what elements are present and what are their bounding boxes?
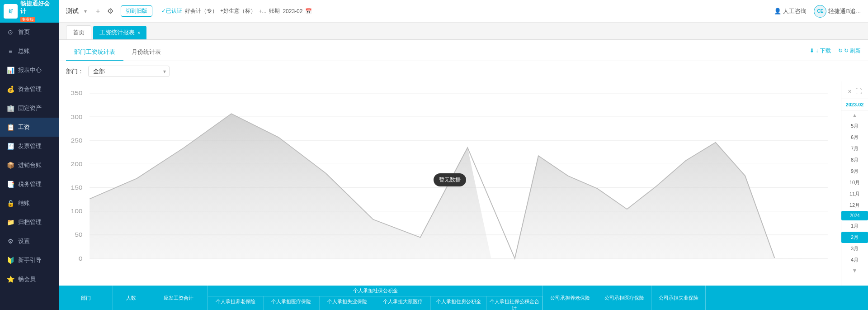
sidebar-item-ledger[interactable]: ≡总账 [0,42,59,61]
sidebar-label-tax: 税务管理 [18,180,42,188]
month-3[interactable]: 3月 [841,243,868,254]
sidebar-icon-close: 🔒 [6,200,14,207]
dropdown-arrow[interactable]: ▾ [84,8,87,14]
topbar-right: 👤 人工咨询 CE 轻捷通B追... [774,5,861,18]
th-personal-group-label: 个人承担社保公积金 [208,286,542,296]
th-personal-unemployment: 个人承担失业保险 [320,296,375,310]
switch-version-button[interactable]: 切到旧版 [121,5,152,17]
sidebar-icon-member: ⭐ [6,276,14,283]
tab-home[interactable]: 首页 [66,25,91,39]
sidebar-item-member[interactable]: ⭐畅会员 [0,270,59,289]
period-value: 2023-02 [283,8,302,14]
sidebar-item-close[interactable]: 🔒结账 [0,194,59,213]
month-5[interactable]: 5月 [841,120,868,132]
sidebar-icon-archive: 📁 [6,219,14,226]
add-button[interactable]: + [94,5,102,17]
svg-text:150: 150 [71,184,82,191]
month-8[interactable]: 8月 [841,154,868,166]
th-company-medical: 公司承担医疗保险 [597,286,651,310]
sidebar-icon-purchase: 📦 [6,162,14,169]
period-label: 账期 [269,7,280,15]
topbar: 测试 ▾ + ⚙ 切到旧版 ✓已认证 好会计（专） +好生意（标） +... 账… [59,0,868,23]
certified-status: ✓已认证 [161,7,182,15]
sidebar-item-funds[interactable]: 💰资金管理 [0,80,59,99]
sidebar-label-purchase: 进销台账 [18,161,42,169]
salary-chart: 350 300 250 200 150 100 50 0 [66,86,834,281]
dept-filter-label: 部门： [66,67,84,76]
main-content: 测试 ▾ + ⚙ 切到旧版 ✓已认证 好会计（专） +好生意（标） +... 账… [59,0,868,310]
sidebar-label-salary: 工资 [18,123,30,131]
right-panel-expand[interactable]: ⛶ [854,87,863,96]
more-label: +... [259,8,266,14]
svg-text:100: 100 [71,208,82,215]
month-1[interactable]: 1月 [841,220,868,232]
right-panel-close[interactable]: × [847,87,852,96]
subtab-dept[interactable]: 部门工资统计表 [66,44,123,61]
sidebar-item-settings[interactable]: ⚙设置 [0,232,59,251]
sidebar-label-reports: 报表中心 [18,66,42,74]
sidebar-item-reports[interactable]: 📊报表中心 [0,61,59,80]
sidebar-item-guide[interactable]: 🔰新手引导 [0,251,59,270]
sidebar-item-archive[interactable]: 📁归档管理 [0,213,59,232]
dept-filter-select[interactable]: 全部 部门1 部门2 [88,66,170,77]
th-personal-housing: 个人承担住房公积金 [431,296,486,310]
ai-consult-button[interactable]: 👤 人工咨询 [774,7,807,15]
sidebar-label-member: 畅会员 [18,275,36,283]
th-personal-total: 个人承担社保公积金合计 [487,296,542,310]
month-2[interactable]: 2月 [841,232,868,243]
panel-up-button[interactable]: ▲ [841,110,868,120]
sidebar-item-purchase[interactable]: 📦进销台账 [0,156,59,175]
tab-close-icon[interactable]: × [137,30,140,35]
sidebar-icon-ledger: ≡ [6,48,14,55]
sidebar-item-assets[interactable]: 🏢固定资产 [0,99,59,118]
right-panel: × ⛶ 2023.02 ▲ 5月 6月 7月 8月 9月 10月 11月 12月… [841,81,868,286]
sidebar-item-home[interactable]: ⊙首页 [0,23,59,42]
sidebar-label-ledger: 总账 [18,47,30,55]
svg-text:50: 50 [75,231,82,238]
sidebar-label-invoice: 发票管理 [18,142,42,150]
month-7[interactable]: 7月 [841,143,868,154]
th-personal-bigmedical: 个人承担大额医疗 [375,296,431,310]
sidebar-item-tax[interactable]: 📑税务管理 [0,175,59,194]
subtabs: 部门工资统计表 月份统计表 ⬇ ↓ 下载 ↻ ↻ 刷新 [59,40,868,61]
sidebar-item-salary[interactable]: 📋工资 [0,118,59,137]
project-name: 测试 [66,7,79,15]
download-button[interactable]: ⬇ ↓ 下载 [810,47,830,55]
content-area: 部门工资统计表 月份统计表 ⬇ ↓ 下载 ↻ ↻ 刷新 部门： 全 [59,40,868,310]
th-count: 人数 [113,286,149,310]
th-personal-pension: 个人承担养老保险 [208,296,264,310]
sidebar-label-guide: 新手引导 [18,256,42,264]
svg-marker-16 [90,114,828,258]
month-4[interactable]: 4月 [841,254,868,266]
th-personal-group: 个人承担社保公积金 个人承担养老保险 个人承担医疗保险 个人承担失业保险 个人承… [208,286,543,310]
svg-text:250: 250 [71,137,82,144]
year-2024-label: 2024 [841,211,868,220]
panel-down-button[interactable]: ▼ [841,266,868,276]
calendar-icon[interactable]: 📅 [305,8,312,14]
tab-salary-report[interactable]: 工资统计报表 × [93,26,146,39]
logo-text: 畅捷通好会计 专业版 [20,0,55,23]
account-type: 好会计（专） [185,7,217,15]
sidebar: 好 畅捷通好会计 专业版 ⊙首页≡总账📊报表中心💰资金管理🏢固定资产📋工资🧾发票… [0,0,59,310]
avatar: CE [814,5,826,18]
month-12[interactable]: 12月 [841,200,868,211]
month-6[interactable]: 6月 [841,132,868,143]
dept-filter-wrap: 全部 部门1 部门2 [88,66,170,77]
svg-text:0: 0 [79,255,83,262]
sidebar-icon-settings: ⚙ [6,238,14,245]
month-10[interactable]: 10月 [841,177,868,188]
refresh-button[interactable]: ↻ ↻ 刷新 [838,47,861,55]
sidebar-icon-salary: 📋 [6,124,14,131]
subtab-monthly[interactable]: 月份统计表 [123,44,169,61]
settings-button[interactable]: ⚙ [105,5,115,17]
month-9[interactable]: 9月 [841,166,868,177]
sidebar-label-settings: 设置 [18,237,30,245]
sidebar-icon-funds: 💰 [6,86,14,93]
month-11[interactable]: 11月 [841,188,868,200]
sidebar-item-invoice[interactable]: 🧾发票管理 [0,137,59,156]
user-profile[interactable]: CE 轻捷通B追... [814,5,861,18]
refresh-icon: ↻ [838,48,843,54]
logo-icon: 好 [4,4,18,19]
sidebar-icon-guide: 🔰 [6,257,14,264]
business-type: +好生意（标） [220,7,256,15]
